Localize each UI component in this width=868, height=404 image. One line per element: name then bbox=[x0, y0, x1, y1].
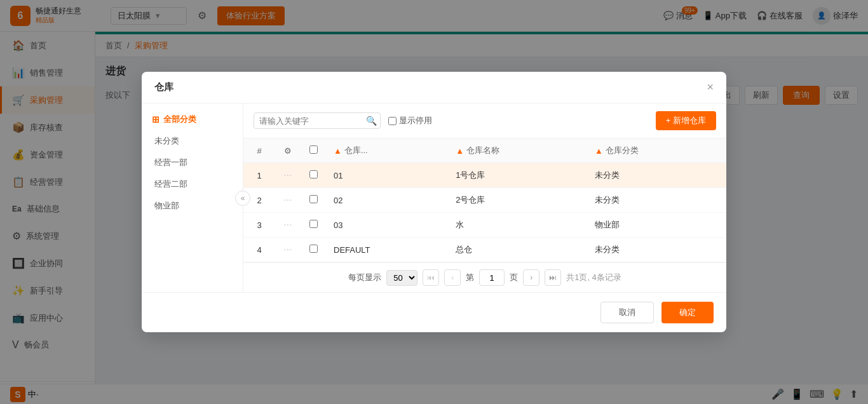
first-page-button[interactable]: ⏮ bbox=[423, 269, 439, 286]
cell-no: 1 bbox=[243, 163, 275, 188]
search-icon: 🔍 bbox=[366, 116, 377, 126]
cell-category: 未分类 bbox=[587, 238, 726, 262]
th-checkbox bbox=[301, 138, 326, 163]
table-row: 3 ··· 03 水 物业部 bbox=[243, 213, 726, 238]
cell-code: 02 bbox=[326, 188, 448, 213]
add-warehouse-button[interactable]: + 新增仓库 bbox=[656, 111, 716, 130]
th-name: ▲ 仓库名称 bbox=[448, 138, 587, 163]
search-input[interactable] bbox=[259, 116, 366, 126]
cell-name: 总仓 bbox=[448, 238, 587, 262]
table-row: 2 ··· 02 2号仓库 未分类 bbox=[243, 188, 726, 213]
modal-overlay: 仓库 × « ⊞ 全部分类 未分类 经营一部 经营二部 物业部 bbox=[0, 0, 868, 404]
cancel-button[interactable]: 取消 bbox=[600, 302, 654, 323]
th-category: ▲ 仓库分类 bbox=[587, 138, 726, 163]
modal-actions: 取消 确定 bbox=[142, 292, 726, 332]
sort-icon: ▲ bbox=[334, 146, 342, 156]
table-header-row: # ⚙ ▲ 仓库... bbox=[243, 138, 726, 163]
th-code: ▲ 仓库... bbox=[326, 138, 448, 163]
cell-no: 3 bbox=[243, 213, 275, 238]
cell-name: 1号仓库 bbox=[448, 163, 587, 188]
last-page-button[interactable]: ⏭ bbox=[545, 269, 561, 286]
confirm-button[interactable]: 确定 bbox=[661, 302, 714, 323]
category-item-business2[interactable]: 经营二部 bbox=[142, 173, 243, 195]
cell-checkbox[interactable] bbox=[301, 163, 326, 188]
category-item-business1[interactable]: 经营一部 bbox=[142, 152, 243, 173]
cell-category: 物业部 bbox=[587, 213, 726, 238]
table-row: 4 ··· DEFAULT 总仓 未分类 bbox=[243, 238, 726, 262]
cell-code: DEFAULT bbox=[326, 238, 448, 262]
category-panel: « ⊞ 全部分类 未分类 经营一部 经营二部 物业部 bbox=[142, 104, 243, 292]
cell-checkbox[interactable] bbox=[301, 238, 326, 262]
warehouse-table: # ⚙ ▲ 仓库... bbox=[243, 138, 726, 262]
cell-checkbox[interactable] bbox=[301, 213, 326, 238]
settings-icon: ⚙ bbox=[284, 146, 292, 156]
sort-icon: ▲ bbox=[456, 146, 464, 156]
modal-title: 仓库 bbox=[154, 81, 173, 93]
modal-toolbar: 🔍 显示停用 + 新增仓库 bbox=[243, 104, 726, 138]
th-no: # bbox=[243, 138, 275, 163]
cell-name: 水 bbox=[448, 213, 587, 238]
cell-actions[interactable]: ··· bbox=[275, 188, 301, 213]
page-word: 第 bbox=[466, 272, 474, 283]
category-collapse-button[interactable]: « bbox=[235, 191, 250, 206]
select-all-checkbox[interactable] bbox=[309, 145, 318, 154]
show-disabled-checkbox[interactable] bbox=[388, 117, 397, 125]
cell-code: 01 bbox=[326, 163, 448, 188]
show-disabled-label: 显示停用 bbox=[388, 115, 432, 126]
next-page-button[interactable]: › bbox=[523, 269, 539, 286]
category-all[interactable]: ⊞ 全部分类 bbox=[142, 109, 243, 130]
cell-code: 03 bbox=[326, 213, 448, 238]
modal-header: 仓库 × bbox=[142, 72, 726, 104]
table-row: 1 ··· 01 1号仓库 未分类 bbox=[243, 163, 726, 188]
sort-icon: ▲ bbox=[595, 146, 603, 156]
cell-actions[interactable]: ··· bbox=[275, 213, 301, 238]
prev-page-button[interactable]: ‹ bbox=[444, 269, 461, 286]
category-sort[interactable]: ▲ 仓库分类 bbox=[595, 145, 719, 156]
modal-body: « ⊞ 全部分类 未分类 经营一部 经营二部 物业部 🔍 bbox=[142, 104, 726, 292]
warehouse-modal: 仓库 × « ⊞ 全部分类 未分类 经营一部 经营二部 物业部 bbox=[142, 72, 726, 332]
modal-right-panel: 🔍 显示停用 + 新增仓库 # bbox=[243, 104, 726, 292]
cell-actions[interactable]: ··· bbox=[275, 163, 301, 188]
cell-category: 未分类 bbox=[587, 188, 726, 213]
category-item-unclassified[interactable]: 未分类 bbox=[142, 130, 243, 152]
cell-no: 4 bbox=[243, 238, 275, 262]
th-check: ⚙ bbox=[275, 138, 301, 163]
category-item-property[interactable]: 物业部 bbox=[142, 195, 243, 217]
page-number-input[interactable] bbox=[479, 269, 505, 286]
modal-table-wrap: # ⚙ ▲ 仓库... bbox=[243, 138, 726, 262]
cell-category: 未分类 bbox=[587, 163, 726, 188]
name-sort[interactable]: ▲ 仓库名称 bbox=[456, 145, 580, 156]
code-sort[interactable]: ▲ 仓库... bbox=[334, 145, 440, 156]
grid-icon: ⊞ bbox=[152, 114, 159, 125]
modal-pagination: 每页显示 50 ⏮ ‹ 第 页 › ⏭ 共1页, 4条记录 bbox=[243, 262, 726, 292]
cell-actions[interactable]: ··· bbox=[275, 238, 301, 262]
cell-name: 2号仓库 bbox=[448, 188, 587, 213]
per-page-select[interactable]: 50 bbox=[386, 270, 417, 286]
cell-checkbox[interactable] bbox=[301, 188, 326, 213]
search-box: 🔍 bbox=[254, 112, 381, 129]
modal-close-button[interactable]: × bbox=[707, 81, 714, 94]
